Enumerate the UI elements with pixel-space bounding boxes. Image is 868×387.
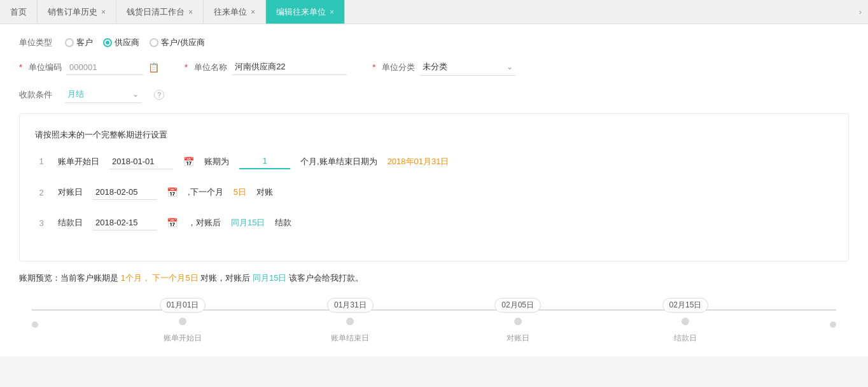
radio-customer[interactable]: 客户 bbox=[65, 37, 93, 48]
account-end-date-highlight: 2018年01月31日 bbox=[388, 156, 449, 167]
unit-name-label: 单位名称 bbox=[194, 62, 227, 73]
unit-code-icon[interactable]: 📋 bbox=[148, 62, 159, 73]
reconcile-suffix: 对账 bbox=[256, 186, 273, 198]
timeline-label-1: 账单开始日 bbox=[164, 333, 202, 344]
timeline-node-4: 02月15日 结款日 bbox=[662, 298, 709, 344]
unit-type-label: 单位类型 bbox=[19, 37, 52, 48]
tab-sales-history-label: 销售订单历史 bbox=[48, 6, 97, 18]
radio-customer-circle bbox=[65, 38, 74, 47]
row-num-1: 1 bbox=[35, 157, 48, 166]
timeline-left-dot bbox=[32, 321, 38, 328]
timeline-badge-4: 02月15日 bbox=[662, 298, 709, 313]
payment-terms-value: 月结 bbox=[67, 88, 130, 100]
unit-code-required: * bbox=[19, 62, 22, 72]
tab-home-label: 首页 bbox=[10, 6, 27, 18]
timeline-right-dot-wrapper bbox=[830, 306, 836, 344]
tab-cash-work-close[interactable]: × bbox=[188, 8, 193, 17]
account-start-calendar[interactable]: 📅 bbox=[183, 157, 194, 167]
payment-label: 结款日 bbox=[58, 217, 83, 229]
payment-terms-dropdown[interactable]: 月结 ⌄ bbox=[65, 86, 141, 103]
payment-terms-label: 收款条件 bbox=[19, 89, 52, 101]
tab-cash-work-label: 钱货日清工作台 bbox=[127, 6, 185, 18]
reconcile-prefix: ,下一个月 bbox=[188, 186, 223, 198]
tab-home[interactable]: 首页 bbox=[0, 0, 38, 24]
tab-sales-history[interactable]: 销售订单历史 × bbox=[38, 0, 116, 24]
timeline-right-dot bbox=[830, 321, 836, 328]
radio-supplier-circle bbox=[103, 38, 112, 47]
radio-customer-label: 客户 bbox=[76, 37, 93, 48]
tab-partner-label: 往来单位 bbox=[214, 6, 247, 18]
preview-reconcile-day: 下一个月5日 bbox=[152, 273, 198, 283]
unit-code-input[interactable] bbox=[67, 60, 143, 75]
help-icon[interactable]: ? bbox=[154, 90, 164, 100]
unit-category-dropdown[interactable]: 未分类 ⌄ bbox=[420, 59, 515, 76]
payment-input[interactable] bbox=[93, 215, 157, 230]
timeline-badge-2: 01月31日 bbox=[327, 298, 374, 313]
timeline-label-3: 对账日 bbox=[507, 333, 529, 344]
tab-partner[interactable]: 往来单位 × bbox=[204, 0, 266, 24]
tab-partner-close[interactable]: × bbox=[251, 8, 255, 17]
payment-calendar[interactable]: 📅 bbox=[167, 218, 178, 228]
setting-row-3: 3 结款日 📅 ，对账后 同月15日 结款 bbox=[35, 215, 833, 230]
tab-bar: 首页 销售订单历史 × 钱货日清工作台 × 往来单位 × 编辑往来单位 × › bbox=[0, 0, 868, 24]
row-num-3: 3 bbox=[35, 218, 48, 228]
account-start-label: 账单开始日 bbox=[58, 156, 99, 167]
period-suffix-before: 个月,账单结束日期为 bbox=[300, 156, 377, 167]
unit-name-group: * 单位名称 bbox=[185, 60, 347, 75]
tab-sales-history-close[interactable]: × bbox=[101, 8, 106, 17]
payment-prefix: ，对账后 bbox=[188, 217, 221, 229]
unit-category-value: 未分类 bbox=[423, 61, 504, 73]
chevron-right-icon: › bbox=[859, 7, 862, 17]
unit-type-radio-group: 客户 供应商 客户/供应商 bbox=[65, 37, 205, 48]
tab-expand-button[interactable]: › bbox=[853, 0, 868, 24]
timeline-badge-3: 02月05日 bbox=[494, 298, 541, 313]
tab-edit-partner[interactable]: 编辑往来单位 × bbox=[266, 0, 345, 24]
settings-card: 请按照未来的一个完整帐期进行设置 1 账单开始日 📅 账期为 个月,账单结束日期… bbox=[19, 113, 849, 262]
timeline-section: 01月01日 账单开始日 01月31日 账单结束日 02月05日 对账日 02月… bbox=[19, 298, 849, 344]
tab-edit-partner-close[interactable]: × bbox=[330, 8, 334, 17]
unit-category-required: * bbox=[372, 62, 375, 72]
radio-supplier[interactable]: 供应商 bbox=[103, 37, 139, 48]
timeline-dot-2 bbox=[346, 318, 354, 325]
preview-middle: 对账，对账后 bbox=[200, 273, 250, 283]
payment-day-highlight: 同月15日 bbox=[231, 217, 265, 229]
timeline-node-1: 01月01日 账单开始日 bbox=[160, 298, 206, 344]
timeline-node-3: 02月05日 对账日 bbox=[494, 298, 541, 344]
payment-terms-row: 收款条件 月结 ⌄ ? bbox=[19, 86, 849, 103]
radio-both-label: 客户/供应商 bbox=[161, 37, 205, 48]
unit-type-row: 单位类型 客户 供应商 客户/供应商 bbox=[19, 37, 849, 48]
reconcile-calendar[interactable]: 📅 bbox=[167, 187, 178, 197]
unit-category-arrow: ⌄ bbox=[507, 62, 513, 71]
unit-fields-row: * 单位编码 📋 * 单位名称 * 单位分类 未分类 ⌄ bbox=[19, 59, 849, 76]
card-instruction: 请按照未来的一个完整帐期进行设置 bbox=[35, 129, 833, 141]
reconcile-input[interactable] bbox=[93, 185, 157, 200]
timeline-node-2: 01月31日 账单结束日 bbox=[327, 298, 374, 344]
setting-row-2: 2 对账日 📅 ,下一个月 5日 对账 bbox=[35, 185, 833, 200]
preview-prefix: 账期预览：当前客户账期是 bbox=[19, 273, 118, 283]
unit-category-group: * 单位分类 未分类 ⌄ bbox=[372, 59, 515, 76]
timeline-dot-1 bbox=[179, 318, 186, 325]
reconcile-day-highlight: 5日 bbox=[234, 186, 246, 198]
account-start-input[interactable] bbox=[109, 154, 173, 169]
unit-code-label: 单位编码 bbox=[29, 62, 62, 73]
preview-section: 账期预览：当前客户账期是 1个月， 下一个月5日 对账，对账后 同月15日 该客… bbox=[19, 272, 849, 285]
preview-suffix: 该客户会给我打款。 bbox=[289, 273, 363, 283]
timeline-dot-3 bbox=[514, 318, 522, 325]
period-value-input[interactable] bbox=[239, 153, 290, 169]
unit-category-label: 单位分类 bbox=[382, 62, 415, 73]
preview-period: 1个月， bbox=[121, 273, 150, 283]
timeline-left-dot-wrapper bbox=[32, 306, 38, 344]
unit-name-input[interactable] bbox=[232, 60, 347, 75]
radio-supplier-label: 供应商 bbox=[115, 37, 139, 48]
timeline-dot-4 bbox=[682, 318, 689, 325]
radio-both[interactable]: 客户/供应商 bbox=[150, 37, 205, 48]
reconcile-label: 对账日 bbox=[58, 186, 83, 198]
radio-both-circle bbox=[150, 38, 158, 47]
payment-suffix: 结款 bbox=[275, 217, 291, 229]
payment-terms-arrow: ⌄ bbox=[132, 90, 139, 99]
main-content: 单位类型 客户 供应商 客户/供应商 * 单位编码 📋 * 单位名称 bbox=[0, 24, 868, 356]
unit-code-group: * 单位编码 📋 bbox=[19, 60, 159, 75]
tab-cash-work[interactable]: 钱货日清工作台 × bbox=[116, 0, 204, 24]
setting-row-1: 1 账单开始日 📅 账期为 个月,账单结束日期为 2018年01月31日 bbox=[35, 153, 833, 169]
unit-name-required: * bbox=[185, 62, 188, 72]
